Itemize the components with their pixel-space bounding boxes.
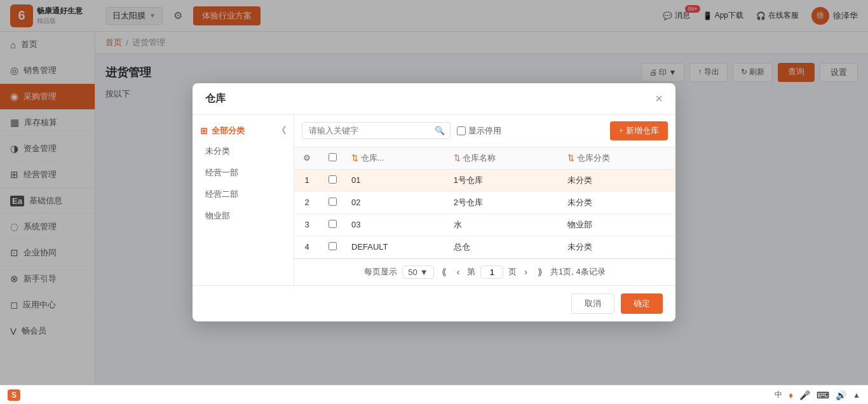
table-row[interactable]: 2 02 2号仓库 未分类 <box>294 191 675 213</box>
row-category: 未分类 <box>561 169 675 191</box>
row-index: 2 <box>294 191 320 213</box>
bottom-bar: S 中 ♦ 🎤 ⌨ 🔊 ▲ <box>0 385 868 404</box>
modal-overlay[interactable]: 仓库 × ⊞ 全部分类 《 未分类 经营一部 经营二部 物业部 <box>0 0 868 404</box>
warehouse-table: ⚙ ⇅ 仓库... ⇅ 仓库名称 ⇅ 仓库分类 1 01 <box>294 147 675 259</box>
category-item-unclassified[interactable]: 未分类 <box>193 140 294 162</box>
row-name: 水 <box>447 213 562 236</box>
confirm-button[interactable]: 确定 <box>621 293 663 314</box>
category-header: ⊞ 全部分类 《 <box>193 121 294 140</box>
keyboard-icon[interactable]: ⌨ <box>817 390 829 400</box>
sound-icon[interactable]: 🔊 <box>836 390 846 400</box>
category-item-op1[interactable]: 经营一部 <box>193 162 294 184</box>
row-category: 未分类 <box>561 191 675 213</box>
page-input[interactable] <box>480 266 503 279</box>
category-item-property[interactable]: 物业部 <box>193 205 294 227</box>
chinese-input-icon[interactable]: 中 <box>775 389 782 400</box>
next-page-btn[interactable]: › <box>522 266 530 278</box>
bottom-logo: S <box>8 389 20 401</box>
col-name-header: ⇅ 仓库名称 <box>447 147 562 170</box>
select-all-checkbox[interactable] <box>329 153 337 161</box>
col-code-header[interactable]: ⇅ 仓库... <box>345 147 447 170</box>
page-label: 第 <box>467 266 475 278</box>
search-box: 🔍 <box>302 122 451 139</box>
mic-icon[interactable]: 🎤 <box>799 390 810 400</box>
row-code: 03 <box>345 213 447 236</box>
table-row[interactable]: 1 01 1号仓库 未分类 <box>294 169 675 191</box>
modal-title: 仓库 <box>205 92 226 105</box>
search-icon[interactable]: 🔍 <box>430 123 450 138</box>
category-title-label: 全部分类 <box>212 125 245 137</box>
category-item-op2[interactable]: 经营二部 <box>193 184 294 205</box>
pagination: 每页显示 50 ▼ ⟪ ‹ 第 页 › ⟫ 共1页, 4条记录 <box>294 259 675 285</box>
grid-icon: ⊞ <box>200 126 208 136</box>
collapse-icon[interactable]: 《 <box>277 125 286 137</box>
show-disabled-checkbox[interactable]: 显示停用 <box>457 125 501 137</box>
table-panel: 🔍 显示停用 + 新增仓库 ⚙ <box>294 115 675 285</box>
row-checkbox[interactable] <box>320 169 345 191</box>
dot-icon: ♦ <box>789 390 793 400</box>
modal-body: ⊞ 全部分类 《 未分类 经营一部 经营二部 物业部 🔍 <box>193 115 675 285</box>
table-wrapper: ⚙ ⇅ 仓库... ⇅ 仓库名称 ⇅ 仓库分类 1 01 <box>294 147 675 259</box>
col-category-header: ⇅ 仓库分类 <box>561 147 675 170</box>
category-title[interactable]: ⊞ 全部分类 <box>200 125 245 137</box>
table-row[interactable]: 4 DEFAULT 总仓 未分类 <box>294 236 675 258</box>
row-index: 4 <box>294 236 320 258</box>
per-page-arrow: ▼ <box>420 267 428 277</box>
row-name: 总仓 <box>447 236 562 258</box>
disabled-checkbox-input[interactable] <box>457 126 466 135</box>
per-page-label: 每页显示 <box>364 266 397 278</box>
row-index: 3 <box>294 213 320 236</box>
first-page-btn[interactable]: ⟪ <box>439 266 449 278</box>
row-name: 1号仓库 <box>447 169 562 191</box>
row-category: 未分类 <box>561 236 675 258</box>
page-unit: 页 <box>508 266 517 278</box>
last-page-btn[interactable]: ⟫ <box>535 266 545 278</box>
row-index: 1 <box>294 169 320 191</box>
per-page-select[interactable]: 50 ▼ <box>402 266 433 279</box>
table-toolbar: 🔍 显示停用 + 新增仓库 <box>294 115 675 147</box>
row-code: 01 <box>345 169 447 191</box>
row-checkbox[interactable] <box>320 191 345 213</box>
row-checkbox[interactable] <box>320 213 345 236</box>
modal-close-button[interactable]: × <box>655 92 663 105</box>
modal: 仓库 × ⊞ 全部分类 《 未分类 经营一部 经营二部 物业部 <box>193 83 675 321</box>
row-category: 物业部 <box>561 213 675 236</box>
row-code: 02 <box>345 191 447 213</box>
page-total: 共1页, 4条记录 <box>550 266 606 278</box>
chevron-down-icon[interactable]: ▲ <box>853 391 860 400</box>
row-checkbox[interactable] <box>320 236 345 258</box>
show-disabled-label: 显示停用 <box>468 125 501 137</box>
col-check-header[interactable] <box>320 147 345 170</box>
prev-page-btn[interactable]: ‹ <box>454 266 463 278</box>
row-code: DEFAULT <box>345 236 447 258</box>
row-name: 2号仓库 <box>447 191 562 213</box>
modal-footer: 取消 确定 <box>193 285 675 321</box>
add-warehouse-button[interactable]: + 新增仓库 <box>610 121 668 140</box>
modal-header: 仓库 × <box>193 83 675 115</box>
col-gear-header[interactable]: ⚙ <box>294 147 320 170</box>
search-input[interactable] <box>302 123 430 138</box>
per-page-value: 50 <box>408 267 417 277</box>
table-row[interactable]: 3 03 水 物业部 <box>294 213 675 236</box>
category-panel: ⊞ 全部分类 《 未分类 经营一部 经营二部 物业部 <box>193 115 294 285</box>
cancel-button[interactable]: 取消 <box>571 293 614 314</box>
